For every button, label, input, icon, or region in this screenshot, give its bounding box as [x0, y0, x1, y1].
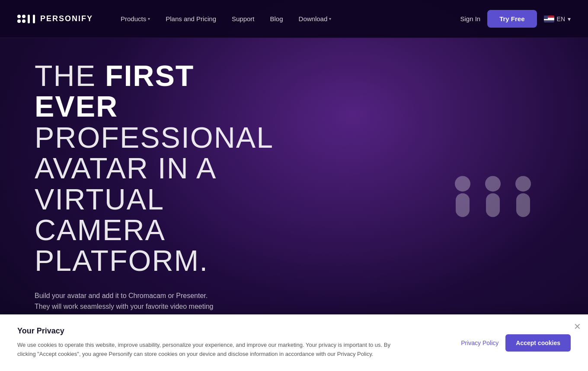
nav-link-blog[interactable]: Blog	[263, 11, 290, 27]
logo-icon	[17, 15, 36, 23]
close-cookie-button[interactable]: ✕	[574, 321, 581, 332]
sign-in-link[interactable]: Sign In	[460, 15, 480, 22]
hero-logo-graphic	[450, 162, 536, 233]
lang-chevron-icon: ▾	[568, 16, 571, 22]
svg-point-0	[455, 176, 470, 192]
accept-cookies-button[interactable]: Accept cookies	[505, 334, 571, 352]
us-flag-icon	[544, 16, 554, 22]
nav-links: Products ▾ Plans and Pricing Support Blo…	[114, 11, 460, 27]
cookie-text: We use cookies to operate this website, …	[17, 341, 406, 359]
nav-link-support[interactable]: Support	[225, 11, 262, 27]
hero-title: THE FIRST EVER PROFESSIONAL AVATAR IN A …	[35, 60, 277, 276]
privacy-policy-link[interactable]: Privacy Policy	[461, 339, 499, 346]
download-chevron-icon: ▾	[329, 16, 331, 21]
nav-link-products[interactable]: Products ▾	[114, 11, 157, 27]
logo[interactable]: PERSONIFY	[17, 14, 93, 23]
nav-link-plans[interactable]: Plans and Pricing	[159, 11, 223, 27]
cookie-actions: Privacy Policy Accept cookies	[461, 334, 571, 352]
svg-point-4	[515, 176, 531, 192]
svg-rect-3	[486, 193, 500, 217]
nav-link-download[interactable]: Download ▾	[292, 11, 339, 27]
lang-label: EN	[557, 16, 565, 22]
svg-rect-1	[456, 193, 470, 217]
products-chevron-icon: ▾	[148, 16, 150, 21]
hero-logo-svg	[450, 162, 536, 231]
lang-selector[interactable]: EN ▾	[544, 16, 571, 22]
cookie-banner: ✕ Your Privacy We use cookies to operate…	[0, 314, 588, 371]
nav-actions: Sign In Try Free EN ▾	[460, 10, 571, 28]
navbar: PERSONIFY Products ▾ Plans and Pricing S…	[0, 0, 588, 38]
try-free-button[interactable]: Try Free	[487, 10, 537, 28]
svg-rect-5	[516, 193, 530, 217]
logo-text: PERSONIFY	[40, 14, 93, 23]
svg-point-2	[485, 176, 501, 192]
